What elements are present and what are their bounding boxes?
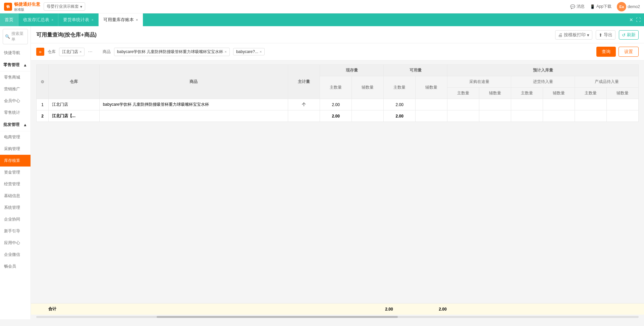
th-stock-aux: 辅数量 [352, 76, 384, 99]
product-tag-1-remove[interactable]: × [224, 50, 226, 54]
th-planned-inbound-group: 预计入库量 [447, 65, 639, 76]
th-current-stock-group: 现存量 [320, 65, 384, 76]
sidebar-item-basics[interactable]: 基础信息 [0, 190, 31, 202]
retail-section-arrow: ▲ [23, 63, 27, 67]
settings-btn[interactable]: 设置 [619, 47, 639, 57]
row1-avail-main: 2.00 [384, 99, 416, 110]
sidebar-item-app-center[interactable]: 应用中心 [0, 237, 31, 249]
row1-unit: 个 [288, 99, 320, 110]
print-chevron: ▾ [587, 33, 589, 38]
main-layout: 🔍 搜索菜单 快捷导航 零售管理 ▲ 零售商城 营销推广 会员中心 零售统计 批… [0, 26, 644, 319]
sidebar-item-newbie[interactable]: 新手引导 [0, 225, 31, 237]
query-btn[interactable]: 查询 [596, 47, 616, 57]
tab-receive-summary[interactable]: 收发存汇总表 × [18, 13, 58, 26]
row1-warehouse: 江北门店 [49, 99, 100, 110]
search-icon: 🔍 [5, 34, 10, 39]
horizontal-scrollbar[interactable] [36, 316, 639, 318]
page-actions: 🖨 按模板打印 ▾ ⬆ 导出 ↺ 刷新 [555, 30, 639, 40]
retail-section-label: 零售管理 [3, 62, 19, 68]
sidebar-item-wechat[interactable]: 企业微信 [0, 249, 31, 261]
sidebar-item-retail-stats[interactable]: 零售统计 [0, 107, 31, 119]
th-stock-main: 主数量 [320, 76, 352, 99]
row1-stock-aux [352, 99, 384, 110]
th-warehouse: 仓库 [49, 65, 100, 99]
industry-selector[interactable]: 母婴行业演示账套 ▾ [44, 2, 85, 11]
sidebar-search-btn[interactable]: 🔍 搜索菜单 [3, 29, 28, 44]
sidebar-item-purchase[interactable]: 采购管理 [0, 143, 31, 155]
row2-incoming-main [511, 110, 543, 122]
tab-available-stock[interactable]: 可用量库存账本 × [99, 13, 143, 26]
sidebar-item-inventory[interactable]: 库存核算 [0, 155, 31, 167]
th-purchase-main: 主数量 [447, 88, 479, 99]
sidebar-item-marketing[interactable]: 营销推广 [0, 83, 31, 95]
tabs-spacer [143, 13, 626, 26]
sidebar-item-collab[interactable]: 企业协同 [0, 214, 31, 225]
quick-nav-label: 快捷导航 [4, 50, 20, 55]
product-tag-2-text: babycare?... [236, 49, 258, 54]
brand-icon: 畅 [4, 3, 12, 11]
tab-available-label: 可用量库存账本 [103, 17, 134, 23]
avatar: Ea [617, 2, 626, 11]
warehouse-tag-remove[interactable]: × [79, 50, 82, 54]
template-print-btn[interactable]: 🖨 按模板打印 ▾ [555, 30, 592, 40]
row1-incoming-aux [543, 99, 575, 110]
content-area: 可用量查询(按仓库+商品) 🖨 按模板打印 ▾ ⬆ 导出 ↺ 刷新 [31, 26, 644, 319]
brand: 畅 畅捷通好生意 标准版 [4, 1, 40, 12]
message-btn[interactable]: 💬 消息 [570, 4, 585, 9]
th-settings[interactable]: ⚙ [37, 65, 49, 99]
sidebar-item-system[interactable]: 系统管理 [0, 202, 31, 214]
app-download-btn[interactable]: 📱 App下载 [590, 4, 611, 9]
collab-label: 企业协同 [4, 217, 20, 222]
message-icon: 💬 [570, 4, 575, 9]
app-download-icon: 📱 [590, 4, 595, 9]
sidebar-section-wholesale[interactable]: 批发管理 ▲ [0, 119, 31, 131]
row2-stock-aux [352, 110, 384, 122]
sidebar-item-ecommerce[interactable]: 电商管理 [0, 131, 31, 143]
user-menu[interactable]: Ea demo2 [617, 2, 640, 11]
tab-order-stats[interactable]: 要货单统计表 × [58, 13, 98, 26]
row2-stock-main: 2.00 [320, 110, 352, 122]
th-product: 商品 [99, 65, 288, 99]
page-title: 可用量查询(按仓库+商品) [36, 32, 97, 39]
template-print-label: 按模板打印 [564, 32, 586, 38]
table-row: 2 江北门店【... 2.00 2.00 [37, 110, 639, 122]
refresh-icon: ↺ [622, 33, 626, 38]
filter-expand-btn[interactable]: » [36, 48, 44, 56]
row2-prod-aux [606, 110, 638, 122]
row2-product [99, 110, 288, 122]
sidebar-item-finance[interactable]: 资金管理 [0, 167, 31, 178]
member-label: 会员中心 [4, 98, 20, 103]
sidebar-item-member[interactable]: 会员中心 [0, 95, 31, 107]
newbie-label: 新手引导 [4, 229, 20, 233]
sidebar: 🔍 搜索菜单 快捷导航 零售管理 ▲ 零售商城 营销推广 会员中心 零售统计 批… [0, 26, 31, 319]
export-btn[interactable]: ⬆ 导出 [596, 30, 615, 40]
product-tag-1: babycare学饮杯 儿童防摔防撞吸管杯重力球吸嘴杯宝宝水杯 × [114, 48, 230, 56]
product-tag-2-remove[interactable]: × [260, 50, 262, 54]
row2-purchase-main [447, 110, 479, 122]
tab-available-close[interactable]: × [136, 18, 138, 22]
warehouse-more-dots[interactable]: ··· [88, 49, 92, 55]
sidebar-item-quick-nav[interactable]: 快捷导航 [0, 47, 31, 59]
sidebar-section-retail[interactable]: 零售管理 ▲ [0, 59, 31, 72]
wholesale-section-label: 批发管理 [3, 122, 19, 128]
row1-prod-main [575, 99, 607, 110]
tab-order-close[interactable]: × [91, 18, 93, 22]
sidebar-item-operations[interactable]: 经营管理 [0, 178, 31, 190]
row1-avail-aux [416, 99, 447, 110]
tab-controls: ✕ ⛶ [626, 13, 644, 26]
tab-receive-close[interactable]: × [51, 18, 53, 22]
basics-label: 基础信息 [4, 193, 20, 198]
row2-avail-main: 2.00 [384, 110, 416, 122]
ecommerce-label: 电商管理 [4, 135, 20, 139]
th-prod-aux: 辅数量 [606, 88, 638, 99]
vip-label: 畅会员 [4, 264, 16, 269]
retail-stats-label: 零售统计 [4, 110, 20, 115]
scrollbar-thumb [157, 316, 397, 318]
fullscreen-btn[interactable]: ⛶ [636, 17, 641, 22]
tab-home[interactable]: 首页 [0, 13, 18, 26]
sidebar-item-retail-mall[interactable]: 零售商城 [0, 72, 31, 83]
refresh-btn[interactable]: ↺ 刷新 [619, 30, 639, 40]
row1-prod-aux [606, 99, 638, 110]
close-all-tabs-btn[interactable]: ✕ [629, 17, 633, 22]
sidebar-item-vip[interactable]: 畅会员 [0, 261, 31, 272]
